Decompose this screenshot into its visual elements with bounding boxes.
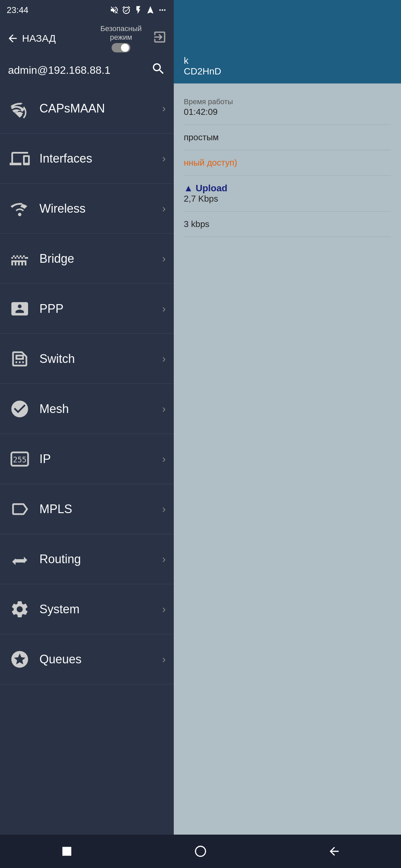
ppp-icon <box>8 297 31 320</box>
mute-icon <box>110 5 119 15</box>
back-button[interactable]: НАЗАД <box>7 32 56 44</box>
menu-item-mpls[interactable]: MPLS › <box>0 484 174 534</box>
wireless-icon <box>8 197 31 220</box>
system-label: System <box>39 602 154 616</box>
ppp-label: PPP <box>39 302 154 316</box>
queues-label: Queues <box>39 652 154 666</box>
interfaces-chevron: › <box>162 152 166 164</box>
queues-chevron: › <box>162 653 166 665</box>
bridge-icon <box>8 247 31 271</box>
bottom-nav <box>0 835 401 868</box>
status-icons <box>110 5 167 15</box>
routing-icon <box>8 548 31 571</box>
interfaces-label: Interfaces <box>39 152 154 165</box>
menu-item-capsman[interactable]: CAPsMAAN › <box>0 84 174 133</box>
bridge-chevron: › <box>162 252 166 265</box>
svg-point-3 <box>196 846 205 856</box>
right-row-5: 3 kbps <box>184 212 391 237</box>
menu-item-queues[interactable]: Queues › <box>0 634 174 684</box>
safe-mode-label: Безопасныйрежим <box>100 24 142 42</box>
wireless-label: Wireless <box>39 202 154 216</box>
right-header-line1: k <box>184 55 391 66</box>
alarm-icon <box>122 5 131 15</box>
routing-label: Routing <box>39 552 154 566</box>
header-bar: НАЗАД Безопасныйрежим <box>0 20 174 57</box>
navigation-icon <box>146 5 155 15</box>
menu-item-routing[interactable]: Routing › <box>0 534 174 584</box>
menu-item-ip[interactable]: 255 IP › <box>0 434 174 484</box>
right-row-upload-label: ▲ Upload <box>184 183 391 194</box>
mpls-label: MPLS <box>39 502 154 516</box>
menu-item-system[interactable]: System › <box>0 584 174 634</box>
nav-square-icon <box>60 845 74 858</box>
search-icon <box>151 61 166 76</box>
more-icon <box>158 5 167 15</box>
menu-item-bridge[interactable]: Bridge › <box>0 234 174 284</box>
lightning-icon <box>134 5 143 15</box>
capsman-chevron: › <box>162 102 166 115</box>
switch-label: Switch <box>39 352 154 366</box>
svg-text:255: 255 <box>13 455 27 464</box>
mesh-label: Mesh <box>39 402 154 416</box>
status-time: 23:44 <box>7 5 28 16</box>
right-body: Время работы 01:42:09 простым нный досту… <box>174 84 401 835</box>
menu-item-switch[interactable]: Switch › <box>0 334 174 384</box>
interfaces-icon <box>8 147 31 170</box>
mesh-chevron: › <box>162 403 166 415</box>
menu-item-interfaces[interactable]: Interfaces › <box>0 133 174 184</box>
mpls-icon <box>8 497 31 521</box>
system-icon <box>8 597 31 621</box>
ip-icon: 255 <box>8 447 31 471</box>
logout-button[interactable] <box>152 30 167 47</box>
ppp-chevron: › <box>162 303 166 315</box>
menu-panel: CAPsMAAN › Interfaces › Wireless › Bridg… <box>0 84 174 835</box>
right-row-uptime-value: 01:42:09 <box>184 107 391 117</box>
right-row-upload: ▲ Upload 2,7 Kbps <box>184 176 391 212</box>
safe-mode-group: Безопасныйрежим <box>100 24 142 53</box>
right-row-upload-value: 2,7 Kbps <box>184 194 391 204</box>
status-bar: 23:44 <box>0 0 174 20</box>
user-address: admin@192.168.88.1 <box>8 64 110 76</box>
right-row-uptime-label: Время работы <box>184 97 391 106</box>
right-row-3-value: нный доступ) <box>184 158 391 168</box>
capsman-icon <box>8 97 31 120</box>
system-chevron: › <box>162 603 166 615</box>
search-button[interactable] <box>151 61 166 79</box>
safe-mode-toggle[interactable] <box>112 43 130 53</box>
menu-item-ppp[interactable]: PPP › <box>0 284 174 334</box>
right-header: k CD2HnD <box>174 0 401 84</box>
back-arrow-icon <box>7 32 19 44</box>
right-header-line2: CD2HnD <box>184 66 391 77</box>
nav-circle-icon <box>194 845 207 858</box>
capsman-label: CAPsMAAN <box>39 101 154 116</box>
routing-chevron: › <box>162 553 166 565</box>
menu-item-mesh[interactable]: Mesh › <box>0 384 174 434</box>
right-row-3: нный доступ) <box>184 150 391 176</box>
bridge-label: Bridge <box>39 252 154 266</box>
nav-back-button[interactable] <box>322 840 346 863</box>
right-row-uptime: Время работы 01:42:09 <box>184 90 391 125</box>
right-background-panel: k CD2HnD Время работы 01:42:09 простым н… <box>174 0 401 835</box>
ip-label: IP <box>39 452 154 466</box>
switch-icon <box>8 347 31 371</box>
right-row-2: простым <box>184 125 391 150</box>
ip-chevron: › <box>162 453 166 465</box>
queues-icon <box>8 648 31 671</box>
user-bar: admin@192.168.88.1 <box>0 57 174 84</box>
wireless-chevron: › <box>162 202 166 215</box>
right-row-5-value: 3 kbps <box>184 219 391 229</box>
nav-back-icon <box>327 845 341 858</box>
logout-icon <box>152 30 167 44</box>
menu-item-wireless[interactable]: Wireless › <box>0 184 174 234</box>
right-row-2-value: простым <box>184 132 391 143</box>
nav-square-button[interactable] <box>55 840 79 863</box>
nav-home-button[interactable] <box>189 840 212 863</box>
toggle-knob <box>121 44 129 52</box>
switch-chevron: › <box>162 352 166 365</box>
svg-rect-2 <box>62 847 71 856</box>
mesh-icon <box>8 397 31 421</box>
back-label: НАЗАД <box>22 33 56 44</box>
mpls-chevron: › <box>162 503 166 515</box>
